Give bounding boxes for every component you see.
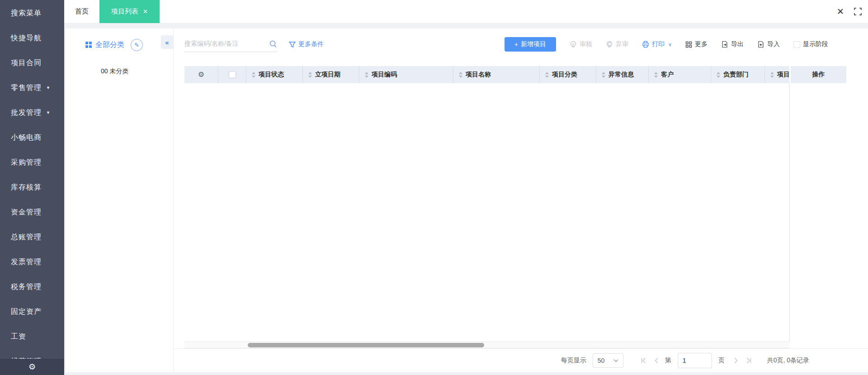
show-stage-checkbox[interactable] — [793, 41, 800, 48]
sidebar-settings-bar[interactable]: ⚙ — [0, 359, 64, 375]
plus-icon: + — [514, 41, 518, 48]
next-page-icon[interactable] — [734, 357, 738, 364]
column-header-project-category[interactable]: 项目分类 — [540, 66, 596, 83]
sidebar-item-general-ledger[interactable]: 总账管理 — [0, 225, 64, 250]
sidebar-item-search-menu[interactable]: 搜索菜单 — [0, 1, 64, 26]
sidebar-item-tax-mgmt[interactable]: 税务管理 — [0, 275, 64, 299]
sort-arrows-icon[interactable] — [654, 72, 658, 78]
category-grid-icon — [85, 42, 92, 48]
page-nav — [641, 357, 659, 364]
last-page-icon[interactable] — [745, 357, 752, 364]
more-button[interactable]: 更多 — [685, 40, 708, 48]
column-label: 项目分类 — [552, 71, 577, 79]
select-all-cell[interactable] — [218, 66, 246, 83]
scrollbar-thumb[interactable] — [248, 343, 484, 347]
page-nav-next — [734, 357, 752, 364]
prev-page-icon[interactable] — [654, 357, 659, 364]
sidebar-item-quick-nav[interactable]: 快捷导航 — [0, 26, 64, 51]
column-header-start-date[interactable]: 立项日期 — [303, 66, 359, 83]
sidebar-item-label: 资金管理 — [11, 208, 42, 217]
content-card: 全部分类 ✎ « 00 未分类 搜索编码/名称/备注 — [66, 28, 868, 372]
sidebar-item-payroll[interactable]: 工资 — [0, 324, 64, 349]
sidebar-item-funds-mgmt[interactable]: 资金管理 — [0, 200, 64, 225]
add-project-button[interactable]: + 新增项目 — [505, 37, 556, 52]
sidebar-item-label: 固定资产 — [11, 307, 42, 317]
horizontal-scrollbar[interactable] — [184, 342, 789, 348]
sidebar-item-retail-mgmt[interactable]: 零售管理▼ — [0, 76, 64, 100]
pagination-bar: 每页显示 50 第 — [174, 348, 868, 372]
sort-arrows-icon[interactable] — [459, 72, 462, 78]
column-header-customer[interactable]: 客户 — [649, 66, 711, 83]
sort-arrows-icon[interactable] — [252, 72, 255, 78]
sort-arrows-icon[interactable] — [308, 72, 312, 78]
first-page-icon[interactable] — [641, 357, 647, 364]
import-button[interactable]: 导入 — [757, 40, 780, 48]
sidebar-item-label: 采购管理 — [11, 158, 42, 167]
per-page-label: 每页显示 — [561, 356, 586, 365]
more-filters-button[interactable]: 更多条件 — [289, 40, 324, 48]
table-body-empty — [174, 83, 868, 342]
more-filters-label: 更多条件 — [298, 40, 324, 48]
gear-icon[interactable]: ⚙ — [28, 363, 36, 371]
edit-category-button[interactable]: ✎ — [131, 39, 143, 51]
chevron-down-icon: ∨ — [668, 42, 672, 47]
sidebar-item-fixed-assets[interactable]: 固定资产 — [0, 299, 64, 324]
sidebar-menu: 搜索菜单 快捷导航 项目合同 零售管理▼ 批发管理▼ 小畅电商 采购管理 库存核… — [0, 0, 64, 374]
column-header-project-status[interactable]: 项目状态 — [246, 66, 303, 83]
category-panel-title[interactable]: 全部分类 — [95, 40, 124, 50]
sidebar-item-project-contract[interactable]: 项目合同 — [0, 51, 64, 76]
fullscreen-icon[interactable] — [854, 8, 862, 15]
tab-label: 首页 — [75, 7, 89, 16]
sort-arrows-icon[interactable] — [365, 72, 368, 78]
more-grid-icon — [685, 41, 692, 48]
chevron-down-icon — [613, 359, 618, 362]
sort-arrows-icon[interactable] — [602, 72, 605, 78]
audit-button[interactable]: 审核 — [570, 40, 592, 48]
category-item-uncategorized[interactable]: 00 未分类 — [66, 67, 173, 76]
collapse-panel-button[interactable]: « — [161, 35, 173, 49]
sidebar-item-invoice-mgmt[interactable]: 发票管理 — [0, 250, 64, 275]
column-header-responsible-dept[interactable]: 负责部门 — [711, 66, 765, 83]
unaudit-seal-icon — [606, 41, 613, 48]
close-tab-icon[interactable]: ✕ — [143, 8, 148, 15]
search-input[interactable]: 搜索编码/名称/备注 — [184, 40, 277, 52]
sidebar-item-label: 搜索菜单 — [11, 9, 42, 18]
gear-icon[interactable]: ⚙ — [198, 71, 204, 78]
close-icon[interactable]: ✕ — [837, 7, 844, 16]
column-header-project-name[interactable]: 项目名称 — [453, 66, 540, 83]
sidebar-item-label: 小畅电商 — [11, 133, 42, 142]
column-label: 项目 — [777, 71, 789, 79]
audit-label: 审核 — [580, 40, 592, 48]
sort-arrows-icon[interactable] — [770, 72, 774, 78]
chevron-down-icon: ▼ — [46, 100, 51, 125]
import-label: 导入 — [767, 40, 780, 48]
sidebar-item-xiaochang-ecom[interactable]: 小畅电商 — [0, 125, 64, 150]
tab-project-list[interactable]: 项目列表 ✕ — [99, 0, 160, 23]
sidebar-item-purchase-mgmt[interactable]: 采购管理 — [0, 150, 64, 175]
column-header-project-clipped[interactable]: 项目 — [765, 66, 789, 83]
sidebar-item-label: 总账管理 — [11, 233, 42, 242]
per-page-select[interactable]: 50 — [593, 353, 623, 368]
tab-home[interactable]: 首页 — [64, 0, 99, 23]
sidebar-item-inventory-accounting[interactable]: 库存核算 — [0, 175, 64, 200]
unaudit-button[interactable]: 弃审 — [606, 40, 628, 48]
show-stage-toggle[interactable]: 显示阶段 — [793, 40, 828, 48]
select-all-checkbox[interactable] — [229, 71, 236, 78]
export-button[interactable]: 导出 — [721, 40, 744, 48]
sidebar: 搜索菜单 快捷导航 项目合同 零售管理▼ 批发管理▼ 小畅电商 采购管理 库存核… — [0, 0, 64, 375]
sidebar-item-label: 项目合同 — [11, 58, 42, 68]
sidebar-item-label: 税务管理 — [11, 282, 42, 292]
column-settings-cell[interactable]: ⚙ — [184, 66, 218, 83]
sort-arrows-icon[interactable] — [545, 72, 549, 78]
search-icon[interactable] — [269, 40, 277, 48]
page-number-input[interactable] — [678, 353, 712, 368]
export-doc-icon — [721, 41, 728, 48]
print-button[interactable]: 打印 ∨ — [642, 40, 672, 48]
column-header-exception-info[interactable]: 异常信息 — [596, 66, 649, 83]
column-header-project-code[interactable]: 项目编码 — [359, 66, 453, 83]
sort-arrows-icon[interactable] — [717, 72, 720, 78]
tab-label: 项目列表 — [111, 7, 138, 16]
table-header: ⚙ 项目状态 立项日期 项目编码 — [184, 66, 868, 83]
sidebar-item-label: 批发管理 — [11, 108, 42, 118]
sidebar-item-wholesale-mgmt[interactable]: 批发管理▼ — [0, 100, 64, 125]
